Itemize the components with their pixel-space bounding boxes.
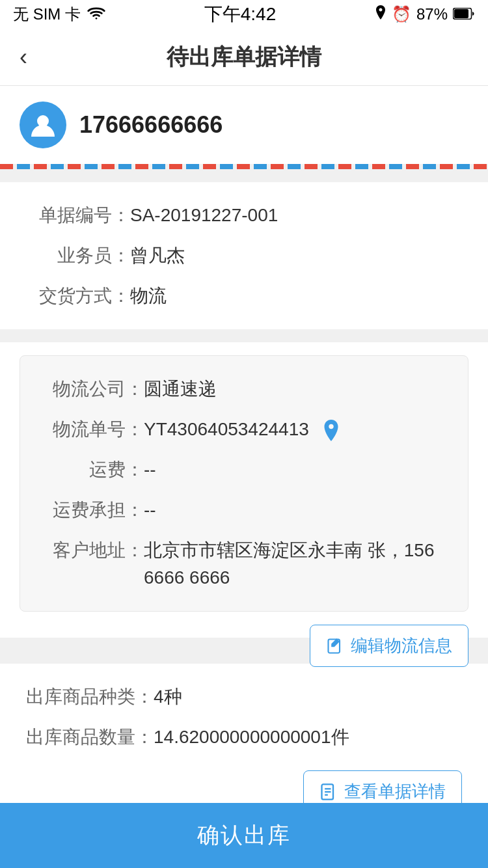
doc-no-row: 单据编号： SA-20191227-001 <box>26 202 462 229</box>
address-label: 客户地址： <box>40 537 144 564</box>
status-time: 下午4:42 <box>204 2 277 27</box>
document-icon <box>319 783 338 801</box>
logistics-company-label: 物流公司： <box>40 375 144 403</box>
salesman-value: 曾凡杰 <box>130 242 462 269</box>
doc-no-label: 单据编号： <box>26 202 130 229</box>
address-value: 北京市市辖区海淀区永丰南 张，156 6666 6666 <box>144 537 448 591</box>
alarm-icon: ⏰ <box>392 5 411 23</box>
sim-label: 无 SIM 卡 <box>13 4 81 25</box>
confirm-btn-label: 确认出库 <box>197 821 291 850</box>
freight-bear-value: -- <box>144 496 448 524</box>
wifi-icon <box>87 5 105 23</box>
product-qty-value: 14.620000000000001件 <box>154 724 462 751</box>
delivery-label: 交货方式： <box>26 282 130 310</box>
edit-btn-label: 编辑物流信息 <box>351 634 452 657</box>
freight-bear-row: 运费承担： -- <box>40 496 448 524</box>
section-gap-1 <box>0 169 488 182</box>
customer-phone: 17666666666 <box>79 111 223 139</box>
address-row: 客户地址： 北京市市辖区海淀区永丰南 张，156 6666 6666 <box>40 537 448 591</box>
product-types-label: 出库商品种类： <box>26 683 154 711</box>
freight-row: 运费： -- <box>40 456 448 483</box>
logistics-company-row: 物流公司： 圆通速递 <box>40 375 448 403</box>
battery-label: 87% <box>416 5 448 23</box>
logistics-card: 物流公司： 圆通速递 物流单号： YT43064053424413 运费： --… <box>20 355 468 612</box>
customer-header: 17666666666 <box>0 86 488 164</box>
doc-info-section: 单据编号： SA-20191227-001 业务员： 曾凡杰 交货方式： 物流 <box>0 182 488 329</box>
freight-label: 运费： <box>40 456 144 483</box>
location-status-icon <box>375 5 386 23</box>
back-button[interactable]: ‹ <box>20 44 27 71</box>
product-qty-label: 出库商品数量： <box>26 724 154 751</box>
product-types-value: 4种 <box>154 683 462 711</box>
delivery-value: 物流 <box>130 282 462 310</box>
product-types-row: 出库商品种类： 4种 <box>26 683 462 711</box>
confirm-outbound-button[interactable]: 确认出库 <box>0 803 488 868</box>
edit-logistics-button[interactable]: 编辑物流信息 <box>310 625 468 667</box>
logistics-tracking-label: 物流单号： <box>40 416 144 443</box>
freight-bear-label: 运费承担： <box>40 496 144 524</box>
status-bar: 无 SIM 卡 下午4:42 ⏰ 87% <box>0 0 488 29</box>
edit-icon <box>326 637 344 655</box>
salesman-row: 业务员： 曾凡杰 <box>26 242 462 269</box>
product-qty-row: 出库商品数量： 14.620000000000001件 <box>26 724 462 751</box>
delivery-row: 交货方式： 物流 <box>26 282 462 310</box>
view-detail-label: 查看单据详情 <box>344 780 446 803</box>
battery-icon <box>453 5 475 23</box>
status-left: 无 SIM 卡 <box>13 4 105 25</box>
tracking-location-icon <box>319 418 343 441</box>
svg-point-0 <box>96 18 98 20</box>
nav-bar: ‹ 待出库单据详情 <box>0 29 488 86</box>
svg-rect-2 <box>454 9 468 18</box>
section-gap-2 <box>0 329 488 342</box>
edit-logistics-wrap: 编辑物流信息 <box>0 625 488 638</box>
status-right: ⏰ 87% <box>375 5 475 23</box>
dashed-separator <box>0 164 488 169</box>
doc-no-value: SA-20191227-001 <box>130 202 462 229</box>
freight-value: -- <box>144 456 448 483</box>
logistics-tracking-row: 物流单号： YT43064053424413 <box>40 416 448 443</box>
avatar <box>20 102 66 148</box>
user-icon <box>30 112 56 138</box>
page-title: 待出库单据详情 <box>167 42 321 72</box>
salesman-label: 业务员： <box>26 242 130 269</box>
logistics-tracking-value: YT43064053424413 <box>144 416 448 443</box>
logistics-company-value: 圆通速递 <box>144 375 448 403</box>
